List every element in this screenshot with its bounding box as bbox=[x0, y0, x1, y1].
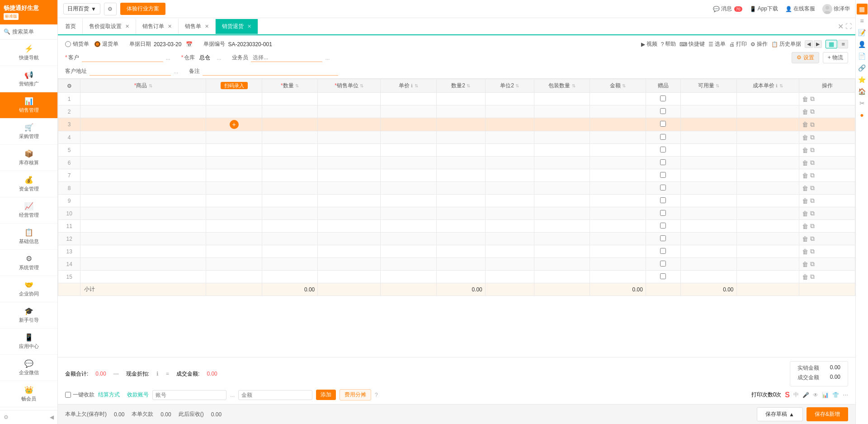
pack-qty-cell-9[interactable] bbox=[534, 195, 590, 207]
unit2-cell-2[interactable] bbox=[485, 105, 534, 118]
delete-row-button-7[interactable]: 🗑 bbox=[802, 172, 808, 179]
available-cell-3[interactable] bbox=[681, 118, 737, 131]
available-cell-11[interactable] bbox=[681, 220, 737, 233]
amount-cell-9[interactable] bbox=[590, 195, 646, 207]
cost-price-cell-1[interactable] bbox=[736, 93, 799, 105]
gift-cell-10[interactable] bbox=[646, 207, 680, 220]
gift-checkbox-7[interactable] bbox=[660, 172, 666, 178]
tab-sales-return-close[interactable]: ✕ bbox=[247, 24, 251, 29]
cost-price-cell-6[interactable] bbox=[736, 157, 799, 169]
sales-unit-cell-7[interactable] bbox=[318, 169, 381, 182]
copy-row-button-5[interactable]: ⧉ bbox=[810, 146, 815, 154]
qty2-cell-5[interactable] bbox=[436, 144, 485, 157]
product-cell-1[interactable] bbox=[80, 93, 206, 105]
copy-row-button-11[interactable]: ⧉ bbox=[810, 222, 815, 230]
sidebar-item-guide[interactable]: 🎓 新手引导 bbox=[0, 302, 57, 329]
th-unit-price[interactable]: 单价 ℹ ⇅ bbox=[381, 79, 437, 93]
sidebar-item-basic[interactable]: 📋 基础信息 bbox=[0, 224, 57, 250]
pack-qty-cell-6[interactable] bbox=[534, 157, 590, 169]
qty2-cell-7[interactable] bbox=[436, 169, 485, 182]
select-order-button[interactable]: ☰ 选单 bbox=[708, 40, 726, 48]
copy-row-button-9[interactable]: ⧉ bbox=[810, 197, 815, 205]
sidebar-item-finance[interactable]: 💰 资金管理 bbox=[0, 171, 57, 197]
pack-qty-cell-10[interactable] bbox=[534, 207, 590, 220]
delete-row-button-5[interactable]: 🗑 bbox=[802, 147, 808, 154]
delete-row-button-2[interactable]: 🗑 bbox=[802, 108, 808, 115]
product-cell-7[interactable] bbox=[80, 169, 206, 182]
gift-checkbox-11[interactable] bbox=[660, 223, 666, 229]
gift-cell-1[interactable] bbox=[646, 93, 680, 105]
qty-cell-7[interactable] bbox=[262, 169, 318, 182]
copy-row-button-3[interactable]: ⧉ bbox=[810, 121, 815, 129]
delete-row-button-12[interactable]: 🗑 bbox=[802, 235, 808, 243]
gift-cell-2[interactable] bbox=[646, 105, 680, 118]
gift-cell-11[interactable] bbox=[646, 220, 680, 233]
prev-record-button[interactable]: ◀ bbox=[805, 40, 813, 48]
available-cell-2[interactable] bbox=[681, 105, 737, 118]
unit2-cell-12[interactable] bbox=[485, 233, 534, 245]
salesperson-input[interactable] bbox=[251, 53, 322, 62]
customer-select-button[interactable]: ... bbox=[166, 55, 170, 61]
pack-qty-cell-12[interactable] bbox=[534, 233, 590, 245]
cost-price-cell-13[interactable] bbox=[736, 245, 799, 258]
available-cell-13[interactable] bbox=[681, 245, 737, 258]
cost-price-cell-7[interactable] bbox=[736, 169, 799, 182]
one-key-payment-checkbox[interactable]: 一键收款 bbox=[65, 391, 94, 399]
bottom-icon-eye[interactable]: 👁 bbox=[813, 392, 818, 398]
pack-qty-cell-11[interactable] bbox=[534, 220, 590, 233]
qty-cell-15[interactable] bbox=[262, 271, 318, 283]
product-cell-3[interactable] bbox=[80, 118, 206, 131]
amount-cell-13[interactable] bbox=[590, 245, 646, 258]
bottom-icon-chart[interactable]: 📊 bbox=[822, 392, 829, 398]
sidebar-item-wechat[interactable]: 💬 企业微信 bbox=[0, 355, 57, 381]
product-cell-8[interactable] bbox=[80, 182, 206, 195]
gift-checkbox-5[interactable] bbox=[660, 147, 666, 152]
gift-checkbox-9[interactable] bbox=[660, 197, 666, 203]
th-amount[interactable]: 金额 ⇅ bbox=[590, 79, 646, 93]
save-draft-button[interactable]: 保存草稿 ▲ bbox=[757, 407, 803, 421]
online-service-button[interactable]: 👤 在线客服 bbox=[785, 5, 815, 13]
tab-price-extract[interactable]: 售价提取设置 ✕ bbox=[83, 19, 136, 34]
amount-cell-1[interactable] bbox=[590, 93, 646, 105]
product-cell-4[interactable] bbox=[80, 131, 206, 144]
th-product[interactable]: *商品 ⇅ bbox=[80, 79, 206, 93]
tab-price-extract-close[interactable]: ✕ bbox=[125, 24, 129, 29]
gift-cell-13[interactable] bbox=[646, 245, 680, 258]
right-sidebar-user[interactable]: 👤 bbox=[857, 39, 868, 50]
right-sidebar-doc[interactable]: 📄 bbox=[857, 51, 868, 62]
operate-button[interactable]: ⚙ 操作 bbox=[750, 40, 768, 48]
amount-cell-10[interactable] bbox=[590, 207, 646, 220]
product-cell-9[interactable] bbox=[80, 195, 206, 207]
cost-price-cell-8[interactable] bbox=[736, 182, 799, 195]
product-cell-11[interactable] bbox=[80, 220, 206, 233]
copy-row-button-14[interactable]: ⧉ bbox=[810, 260, 815, 268]
user-profile-button[interactable]: 徐泽华 bbox=[822, 4, 850, 14]
unit-price-cell-5[interactable] bbox=[381, 144, 437, 157]
qty-cell-9[interactable] bbox=[262, 195, 318, 207]
sidebar-item-marketing[interactable]: 📢 营销推广 bbox=[0, 66, 57, 92]
delete-row-button-1[interactable]: 🗑 bbox=[802, 95, 808, 103]
help-button[interactable]: ? 帮助 bbox=[661, 40, 676, 48]
unit-price-cell-6[interactable] bbox=[381, 157, 437, 169]
qty-cell-10[interactable] bbox=[262, 207, 318, 220]
sales-unit-cell-11[interactable] bbox=[318, 220, 381, 233]
unit2-cell-7[interactable] bbox=[485, 169, 534, 182]
sidebar-item-inventory[interactable]: 📦 库存核算 bbox=[0, 145, 57, 171]
radio-sales-bill-input[interactable] bbox=[65, 41, 71, 47]
unit-price-cell-15[interactable] bbox=[381, 271, 437, 283]
delete-row-button-14[interactable]: 🗑 bbox=[802, 261, 808, 268]
experience-button[interactable]: 体验行业方案 bbox=[120, 3, 165, 15]
qty2-cell-10[interactable] bbox=[436, 207, 485, 220]
amount-cell-4[interactable] bbox=[590, 131, 646, 144]
cost-price-cell-11[interactable] bbox=[736, 220, 799, 233]
available-cell-9[interactable] bbox=[681, 195, 737, 207]
daily-category-select[interactable]: 日用百货 ▼ bbox=[63, 3, 100, 14]
amount-cell-8[interactable] bbox=[590, 182, 646, 195]
right-sidebar-table2[interactable]: ≡ bbox=[857, 15, 868, 26]
list-view-button[interactable]: ≡ bbox=[838, 40, 848, 48]
radio-return-bill-input[interactable] bbox=[94, 41, 100, 47]
gift-checkbox-1[interactable] bbox=[660, 95, 666, 101]
available-cell-12[interactable] bbox=[681, 233, 737, 245]
bottom-icon-shirt[interactable]: 👕 bbox=[832, 392, 839, 398]
qty2-cell-13[interactable] bbox=[436, 245, 485, 258]
